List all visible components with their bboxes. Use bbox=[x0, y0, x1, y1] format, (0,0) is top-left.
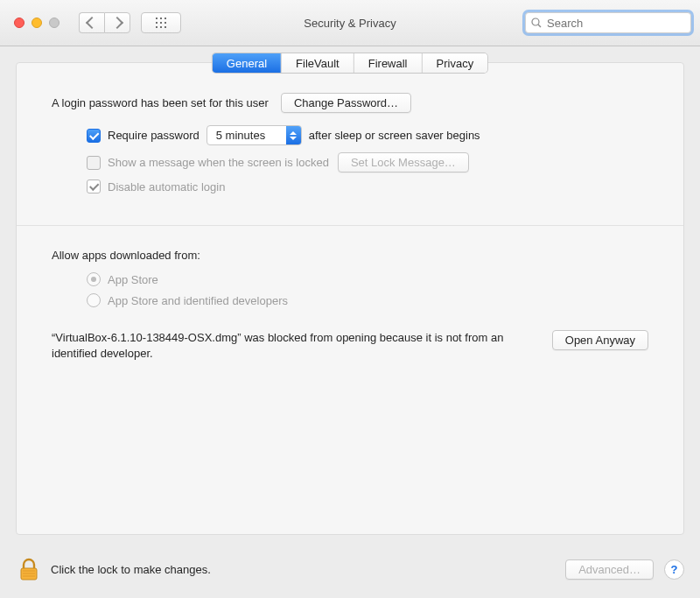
grid-icon bbox=[156, 18, 166, 28]
require-password-post-label: after sleep or screen saver begins bbox=[309, 129, 480, 142]
svg-rect-3 bbox=[156, 22, 158, 24]
allow-apps-option-appstore: App Store bbox=[87, 272, 648, 286]
require-password-pre-label: Require password bbox=[108, 129, 200, 142]
svg-rect-8 bbox=[164, 26, 166, 28]
nav-back-forward bbox=[79, 12, 130, 33]
chevron-right-icon bbox=[111, 17, 123, 29]
svg-rect-4 bbox=[160, 22, 162, 24]
forward-button[interactable] bbox=[104, 12, 130, 33]
change-password-button[interactable]: Change Password… bbox=[281, 93, 411, 113]
tab-label: Firewall bbox=[368, 57, 408, 70]
tab-privacy[interactable]: Privacy bbox=[423, 53, 488, 73]
chevron-left-icon bbox=[86, 17, 98, 29]
general-tab-content: A login password has been set for this u… bbox=[17, 63, 683, 362]
show-lock-message-label: Show a message when the screen is locked bbox=[108, 156, 329, 169]
lock-icon[interactable] bbox=[16, 556, 42, 582]
search-field-wrap[interactable] bbox=[525, 12, 691, 33]
tab-firewall[interactable]: Firewall bbox=[354, 53, 423, 73]
require-password-checkbox[interactable] bbox=[87, 129, 101, 143]
search-icon bbox=[531, 18, 542, 28]
advanced-button[interactable]: Advanced… bbox=[565, 559, 654, 580]
blocked-app-message: “VirtualBox-6.1.10-138449-OSX.dmg” was b… bbox=[52, 330, 507, 362]
footer: Click the lock to make changes. Advanced… bbox=[0, 544, 700, 598]
blocked-app-row: “VirtualBox-6.1.10-138449-OSX.dmg” was b… bbox=[52, 330, 648, 362]
login-password-row: A login password has been set for this u… bbox=[52, 93, 648, 113]
disable-auto-login-checkbox[interactable] bbox=[87, 179, 101, 193]
svg-line-10 bbox=[538, 25, 541, 27]
preferences-panel: General FileVault Firewall Privacy A log… bbox=[16, 62, 684, 535]
window-controls bbox=[14, 18, 60, 28]
zoom-window-button[interactable] bbox=[49, 18, 60, 28]
disable-auto-login-row: Disable automatic login bbox=[87, 179, 648, 193]
disable-auto-login-label: Disable automatic login bbox=[108, 180, 225, 193]
show-all-preferences-button[interactable] bbox=[141, 12, 181, 33]
window-title: Security & Privacy bbox=[304, 17, 396, 30]
svg-rect-5 bbox=[164, 22, 166, 24]
show-lock-message-checkbox[interactable] bbox=[87, 156, 101, 170]
titlebar: Security & Privacy bbox=[0, 0, 700, 46]
svg-rect-0 bbox=[156, 18, 158, 19]
login-password-text: A login password has been set for this u… bbox=[52, 96, 269, 109]
set-lock-message-button[interactable]: Set Lock Message… bbox=[338, 152, 469, 172]
lock-hint-text: Click the lock to make changes. bbox=[51, 563, 211, 576]
require-password-delay-select[interactable]: 5 minutes bbox=[206, 125, 302, 145]
allow-apps-radio-appstore[interactable] bbox=[87, 272, 101, 286]
select-stepper-icon bbox=[286, 126, 301, 144]
svg-rect-6 bbox=[156, 26, 158, 28]
tab-general[interactable]: General bbox=[213, 53, 282, 73]
help-button[interactable]: ? bbox=[664, 559, 684, 580]
allow-apps-radio-label: App Store and identified developers bbox=[108, 294, 288, 307]
back-button[interactable] bbox=[79, 12, 104, 33]
allow-apps-radio-label: App Store bbox=[108, 273, 158, 286]
require-password-delay-value: 5 minutes bbox=[216, 129, 277, 142]
tab-filevault[interactable]: FileVault bbox=[282, 53, 354, 73]
svg-rect-2 bbox=[164, 18, 166, 19]
content-pane: General FileVault Firewall Privacy A log… bbox=[0, 46, 700, 535]
section-divider bbox=[17, 225, 683, 226]
tab-bar: General FileVault Firewall Privacy bbox=[213, 53, 487, 73]
tab-label: General bbox=[227, 57, 267, 70]
svg-point-9 bbox=[532, 18, 539, 25]
minimize-window-button[interactable] bbox=[32, 18, 42, 28]
tab-label: Privacy bbox=[437, 57, 474, 70]
show-lock-message-row: Show a message when the screen is locked… bbox=[87, 152, 648, 172]
allow-apps-radio-identified[interactable] bbox=[87, 293, 101, 307]
require-password-row: Require password 5 minutes after sleep o… bbox=[87, 125, 648, 145]
close-window-button[interactable] bbox=[14, 18, 24, 28]
allow-apps-heading: Allow apps downloaded from: bbox=[52, 249, 648, 262]
search-input[interactable] bbox=[545, 16, 696, 31]
allow-apps-option-identified: App Store and identified developers bbox=[87, 293, 648, 307]
svg-rect-7 bbox=[160, 26, 162, 28]
tab-label: FileVault bbox=[296, 57, 340, 70]
open-anyway-button[interactable]: Open Anyway bbox=[552, 330, 648, 350]
svg-rect-1 bbox=[160, 18, 162, 19]
